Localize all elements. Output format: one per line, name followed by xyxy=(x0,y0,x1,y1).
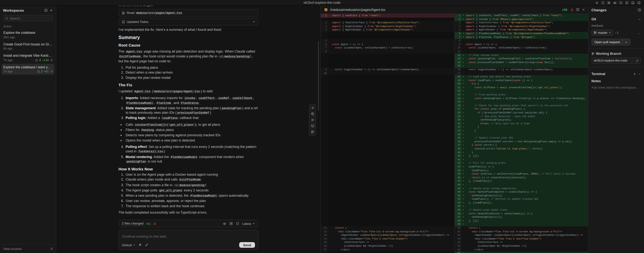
refresh-icon[interactable] xyxy=(236,222,239,225)
new-code-line: import { AgentHeader } from "@/component… xyxy=(462,28,588,32)
unfold-icon[interactable] xyxy=(311,106,314,110)
diff-row: 15 <ChatInterface />64 <ChatInterface /> xyxy=(321,241,588,244)
new-workspace-button[interactable] xyxy=(50,9,53,12)
old-line-number: 5 xyxy=(321,39,328,42)
git-branch-icon[interactable] xyxy=(311,130,314,134)
git-section-label: Git xyxy=(592,17,596,21)
attachment-icon[interactable] xyxy=(138,243,142,246)
message-input[interactable] xyxy=(122,234,255,238)
pause-icon[interactable] xyxy=(595,1,598,4)
changes-summary-bar: 2 files changed +61 -3 Latest xyxy=(118,220,258,228)
version-dropdown[interactable]: Latest xyxy=(242,222,255,226)
tool-card[interactable]: Updated Todos xyxy=(118,18,258,26)
grid-icon[interactable] xyxy=(607,1,610,4)
monitor-icon[interactable] xyxy=(619,1,622,4)
view-archive-link[interactable]: View Archive xyxy=(4,247,22,251)
workspace-item[interactable]: Explore the codebase35m ago xyxy=(2,29,54,40)
new-terminal-icon[interactable] xyxy=(633,72,636,76)
play-icon[interactable] xyxy=(311,118,314,122)
new-line-number: 34 xyxy=(454,133,462,136)
old-code-line xyxy=(328,144,454,147)
new-code-line: + // Poll for pending plans xyxy=(462,162,588,165)
new-code-line: + const handlePlanClose = useCallback(()… xyxy=(462,212,588,216)
new-line-number: 38 xyxy=(454,147,462,151)
new-code-line xyxy=(462,72,588,75)
workspace-search[interactable] xyxy=(3,15,53,22)
workspace-item[interactable]: Create Good First Issues on Github So...… xyxy=(2,41,54,52)
old-line-number xyxy=(321,223,328,226)
monitor-icon[interactable] xyxy=(311,124,314,128)
diff-row: 1- import { useState } from "react";1+ i… xyxy=(321,14,588,18)
panel-left-icon[interactable] xyxy=(625,1,628,4)
file-type-icon xyxy=(324,8,328,12)
old-code-line xyxy=(328,32,454,36)
old-line-number xyxy=(321,18,328,21)
model-dropdown[interactable]: Default xyxy=(122,243,136,247)
old-line-number xyxy=(321,216,328,219)
close-icon[interactable]: × xyxy=(582,8,585,12)
edit-icon[interactable] xyxy=(145,243,148,246)
workspace-item[interactable]: Install and integrate Vibe Kanban Web...… xyxy=(2,52,54,63)
panel-right-icon[interactable] xyxy=(638,8,641,12)
more-icon[interactable]: … xyxy=(638,31,641,34)
app-window: vk/3ccf-explore-the-code Workspaces xyxy=(0,0,644,253)
new-code-line: + try { xyxy=(462,82,588,86)
diff-row: 44+ loadPlans(); xyxy=(321,169,588,172)
collapse-sidebar-icon[interactable] xyxy=(44,9,48,12)
branch-selector[interactable]: master xyxy=(592,30,613,36)
new-line-number: 41 xyxy=(454,158,462,162)
old-code-line xyxy=(328,158,454,162)
new-line-number: 40 xyxy=(454,154,462,158)
tool-card[interactable]: Read medusa/src/pages/Agent.tsx xyxy=(118,9,258,16)
diff-row: 32+ } xyxy=(321,126,588,129)
edit-icon[interactable] xyxy=(636,59,639,62)
commits-ahead: ↑1 xyxy=(615,31,619,34)
notes-placeholder[interactable]: Add notes about this workspace... xyxy=(592,86,641,89)
diff-row: 13+ const [pendingPlan, setPendingPlan] … xyxy=(321,57,588,60)
chevron-down-icon[interactable] xyxy=(638,18,641,20)
split-view-icon[interactable] xyxy=(576,8,580,11)
copy-icon[interactable] xyxy=(311,112,314,116)
search-input[interactable] xyxy=(10,16,51,20)
new-line-number: 22 xyxy=(454,90,462,93)
panel-right-icon[interactable] xyxy=(637,1,640,4)
chat-scrollbar[interactable] xyxy=(318,41,319,111)
chevron-down-icon[interactable] xyxy=(638,73,641,75)
diff-additions: +59 xyxy=(562,8,567,12)
model-label: Default xyxy=(122,243,132,247)
visibility-icon[interactable] xyxy=(223,222,226,226)
maximize-icon[interactable] xyxy=(601,1,604,4)
chat-panel: npm run build 2>&1 | tail -80The build c… xyxy=(56,6,320,253)
files-changed-link[interactable]: 2 files changed xyxy=(122,222,144,226)
diff-view-icon[interactable] xyxy=(230,222,233,225)
old-code-line xyxy=(328,64,454,68)
workspace-item[interactable]: Explore the codebase I want you to ex...… xyxy=(2,64,54,75)
new-code-line xyxy=(462,39,588,42)
new-line-number: 35 xyxy=(454,136,462,140)
camera-icon[interactable] xyxy=(613,1,616,4)
old-line-number xyxy=(321,126,328,129)
old-line-number xyxy=(321,208,328,212)
old-line-number xyxy=(321,183,328,187)
open-pr-button[interactable]: Open pull request xyxy=(592,39,630,46)
old-code-line: import { RightSidebar } from "@/componen… xyxy=(328,25,454,28)
old-code-line xyxy=(328,223,454,226)
old-code-line: - import { useState } from "react"; xyxy=(328,14,454,18)
working-branch-field[interactable]: vk/3ccf-explore-the-code xyxy=(592,58,641,64)
list-item: Opens the modal when a new plan is detec… xyxy=(125,138,258,143)
old-code-line xyxy=(328,75,454,79)
titlebar-actions xyxy=(595,1,644,4)
list-item: Detect when a new plan arrives xyxy=(125,70,258,75)
panel-bottom-icon[interactable] xyxy=(631,1,634,4)
old-line-number xyxy=(321,147,328,151)
new-code-line: + const loadPlans = useCallback(async ()… xyxy=(462,79,588,82)
old-line-number xyxy=(321,165,328,169)
send-button[interactable]: Send xyxy=(240,242,255,248)
list-item: Calls invoke<PlanItem[]>('get_all_plans'… xyxy=(125,122,258,127)
old-code-line xyxy=(328,147,454,151)
old-line-number xyxy=(321,187,328,190)
old-code-line xyxy=(328,129,454,133)
workspace-item-time: 6h ago xyxy=(4,47,12,50)
old-line-number xyxy=(321,140,328,144)
new-code-line: + break; // Only open one at a time xyxy=(462,122,588,126)
